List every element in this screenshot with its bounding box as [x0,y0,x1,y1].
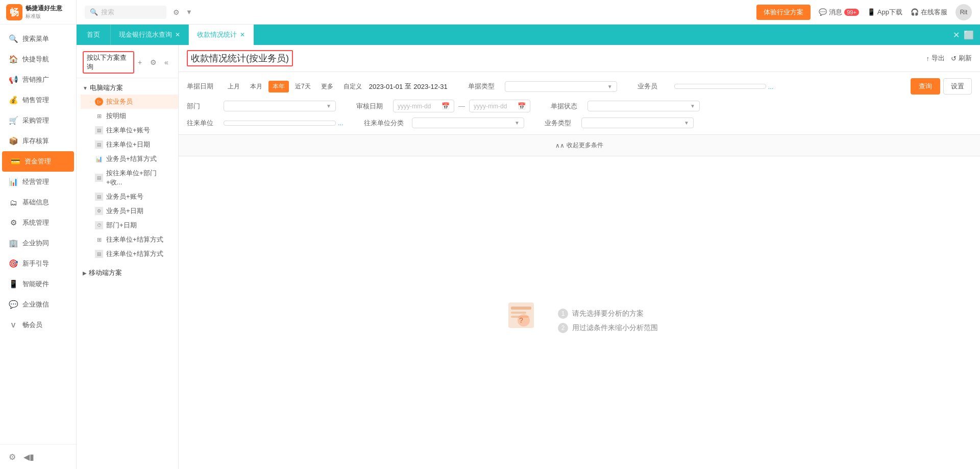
window-maximize-icon[interactable]: ⬜ [964,30,974,40]
salesperson-more-icon[interactable]: ... [768,83,774,90]
sidebar-item-finance[interactable]: 💳 资金管理 [2,151,74,172]
tab-collection[interactable]: 收款情况统计 ✕ [189,25,254,45]
message-icon: 💬 [819,8,827,16]
header-search[interactable]: 🔍 搜索 [85,6,166,19]
counter-party-more-icon[interactable]: ... [338,119,344,127]
svg-rect-2 [511,312,526,314]
mobile-scheme-group-header[interactable]: ▶ 移动端方案 [77,266,178,279]
refresh-button[interactable]: ↺ 刷新 [951,54,972,63]
sidebar-item-guide[interactable]: 🎯 新手引导 [0,253,76,274]
scheme-item-by-detail[interactable]: ⊞ 按明细 [81,109,178,123]
dept-select[interactable]: ▼ [224,101,336,111]
left-panel-title: 按以下方案查询 [83,51,134,74]
scheme-detail-icon: ⊞ [95,112,103,120]
desktop-scheme-group-header[interactable]: ▼ 电脑端方案 [77,81,178,95]
scheme-item-unit-dept[interactable]: ▤ 按往来单位+部门+收... [81,166,178,190]
salesperson-input[interactable] [674,84,766,89]
sidebar-item-wechat[interactable]: 💬 企业微信 [0,294,76,315]
scheme-item-by-salesperson[interactable]: ▷ 按业务员 [81,95,178,109]
message-button[interactable]: 💬 消息 99+ [819,8,859,17]
collapse-button[interactable]: ∧∧ 收起更多条件 [549,139,609,152]
settings-button[interactable]: 设置 [943,78,972,95]
date-btn-this-month[interactable]: 本月 [246,81,266,92]
main-content: 🔍 搜索 ⚙ ▼ 体验行业方案 💬 消息 99+ 📱 App下载 🎧 [77,0,980,469]
collapse-panel-icon[interactable]: « [161,57,172,68]
sidebar-item-purchase[interactable]: 🛒 采购管理 [0,110,76,131]
counter-party-input[interactable] [224,121,336,126]
mobile-scheme-group: ▶ 移动端方案 [77,266,178,279]
voucher-status-select[interactable]: ▼ [587,101,700,111]
scheme-item-unit-date[interactable]: ▤ 往来单位+日期 [81,137,178,152]
tab-collection-close[interactable]: ✕ [240,31,245,38]
left-panel: 按以下方案查询 + ⚙ « ▼ 电脑端方案 ▷ 按 [77,45,179,469]
sidebar-footer: ⚙ ◀▮ [0,444,76,469]
purchase-nav-icon: 🛒 [8,115,18,126]
scheme-item-unit-settlement2[interactable]: ▤ 往来单位+结算方式 [81,247,178,261]
sidebar-item-operation[interactable]: 📊 经营管理 [0,172,76,192]
guide-nav-icon: 🎯 [8,259,18,269]
footer-settings-icon[interactable]: ⚙ [6,451,18,463]
collapse-icon: ∧∧ [555,142,565,149]
hardware-nav-icon: 📱 [8,279,18,289]
download-icon: 📱 [867,8,875,16]
date-range-display: 2023-01-01 至 2023-12-31 [369,82,448,91]
user-avatar[interactable]: Rit [955,4,972,20]
review-date-from[interactable]: yyyy-mm-dd 📅 [393,100,454,112]
voucher-type-select[interactable]: ▼ [505,81,617,92]
header-dropdown-icon[interactable]: ▼ [186,8,192,16]
date-btn-last-month[interactable]: 上月 [224,81,244,92]
sidebar-item-marketing[interactable]: 📢 营销推广 [0,69,76,90]
scheme-item-salesperson-account[interactable]: ▤ 业务员+账号 [81,190,178,204]
tab-window-controls: ✕ ⬜ [953,30,980,40]
system-nav-icon: ⚙ [8,218,18,228]
window-close-icon[interactable]: ✕ [953,30,960,40]
sidebar-item-system[interactable]: ⚙ 系统管理 [0,213,76,233]
scheme-item-dept-date[interactable]: ⏱ 部门+日期 [81,218,178,232]
tab-bar: 首页 现金银行流水查询 ✕ 收款情况统计 ✕ ✕ ⬜ [77,25,980,45]
business-type-select[interactable]: ▼ [581,118,694,128]
header-right: 体验行业方案 💬 消息 99+ 📱 App下载 🎧 在线客服 Rit [756,4,972,20]
scheme-item-salesperson-date[interactable]: ⚙ 业务员+日期 [81,204,178,218]
scheme-settings-icon[interactable]: ⚙ [148,57,159,68]
date-btn-custom[interactable]: 自定义 [339,81,366,92]
basic-nav-icon: 🗂 [8,197,18,207]
review-date-label: 审核日期 [356,102,385,111]
scheme-item-salesperson-settlement[interactable]: 📊 业务员+结算方式 [81,152,178,166]
sidebar-item-basic[interactable]: 🗂 基础信息 [0,192,76,213]
dept-dropdown-icon: ▼ [326,103,331,109]
date-quick-buttons: 上月 本月 本年 近7天 更多 自定义 [224,81,366,92]
tab-bankflow[interactable]: 现金银行流水查询 ✕ [111,25,189,45]
finance-nav-icon: 💳 [10,156,20,167]
trial-button[interactable]: 体验行业方案 [756,5,811,20]
scheme-item-unit-account[interactable]: ▤ 往来单位+账号 [81,123,178,137]
sidebar-item-enterprise[interactable]: 🏢 企业协同 [0,233,76,253]
svg-text:?: ? [519,316,523,324]
review-date-to[interactable]: yyyy-mm-dd 📅 [469,100,530,112]
scheme-salesperson-account-icon: ▤ [95,193,103,201]
sidebar-item-inventory[interactable]: 📦 库存核算 [0,131,76,151]
header-gear-icon[interactable]: ⚙ [170,7,182,18]
app-download-button[interactable]: 📱 App下载 [867,8,902,17]
sidebar-item-sales[interactable]: 💰 销售管理 [0,90,76,110]
tab-home[interactable]: 首页 [77,25,111,45]
sidebar-item-search[interactable]: 🔍 搜索菜单 [0,29,76,49]
online-service-button[interactable]: 🎧 在线客服 [911,8,947,17]
tab-bankflow-close[interactable]: ✕ [175,31,180,38]
add-scheme-button[interactable]: + [134,57,145,68]
sidebar-item-member[interactable]: V 畅会员 [0,315,76,335]
date-btn-7days[interactable]: 近7天 [291,81,315,92]
scheme-dept-date-icon: ⏱ [95,221,103,229]
filter-row-2: 部门 ▼ 审核日期 yyyy-mm-dd 📅 — [187,100,972,112]
scheme-item-unit-settlement1[interactable]: ⊞ 往来单位+结算方式 [81,232,178,247]
date-btn-more[interactable]: 更多 [317,81,337,92]
counter-party-category-select[interactable]: ▼ [412,118,524,128]
footer-collapse-icon[interactable]: ◀▮ [22,451,35,463]
date-btn-this-year[interactable]: 本年 [268,81,289,92]
export-button[interactable]: ↑ 导出 [926,54,945,63]
voucher-type-label: 单据类型 [468,82,497,91]
home-nav-icon: 🏠 [8,54,18,64]
voucher-type-dropdown-icon: ▼ [607,84,612,89]
sidebar-item-hardware[interactable]: 📱 智能硬件 [0,274,76,294]
query-button[interactable]: 查询 [911,78,940,95]
sidebar-item-quicknav[interactable]: 🏠 快捷导航 [0,49,76,69]
